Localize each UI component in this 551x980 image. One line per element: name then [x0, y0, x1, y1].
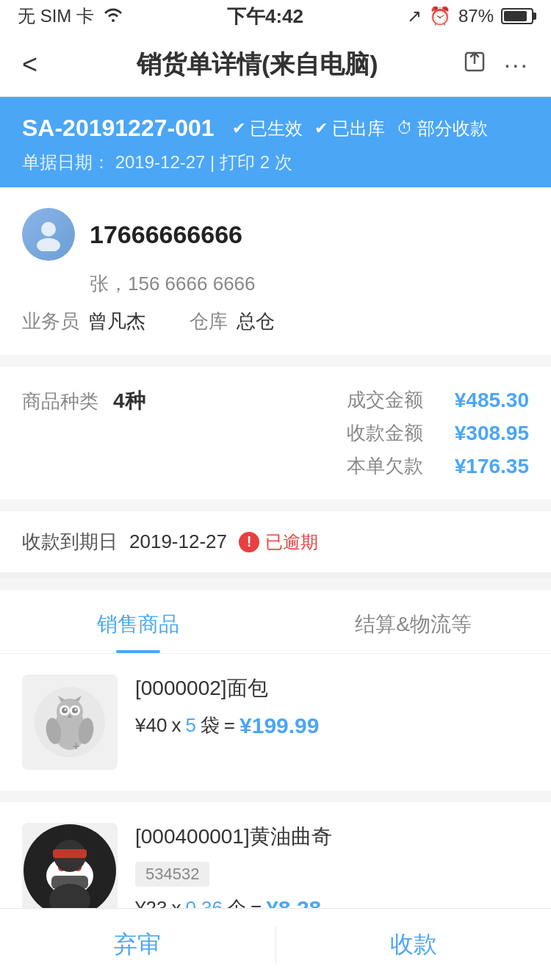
avatar — [22, 208, 75, 261]
status-partial: ⏱ 部分收款 — [397, 117, 488, 140]
deal-amount-row: 成交金额 ¥485.30 — [347, 387, 529, 413]
product-info-1: [0000002]面包 ¥40 x 5 袋 = ¥199.99 — [135, 674, 529, 738]
svg-point-1 — [41, 222, 56, 237]
order-id: SA-20191227-001 — [22, 115, 215, 142]
received-value: ¥308.95 — [441, 422, 529, 445]
product-image-1: + — [22, 674, 118, 770]
overdue-icon: ! — [239, 532, 259, 552]
date-label: 单据日期： — [22, 152, 110, 172]
sales-info: 业务员 曾凡杰 — [22, 309, 145, 334]
due-section: 收款到期日 2019-12-27 ! 已逾期 — [0, 511, 551, 578]
tabs-container: 销售商品 结算&物流等 — [0, 590, 551, 654]
received-amount-row: 收款金额 ¥308.95 — [347, 420, 529, 446]
product-name-1: [0000002]面包 — [135, 674, 529, 702]
product-name-2: [000400001]黄油曲奇 — [135, 823, 529, 851]
stats-section: 商品种类 4种 成交金额 ¥485.30 收款金额 ¥308.95 本单欠款 ¥… — [0, 367, 551, 500]
stats-right: 成交金额 ¥485.30 收款金额 ¥308.95 本单欠款 ¥176.35 — [347, 387, 529, 479]
back-button[interactable]: < — [22, 49, 52, 80]
price-qty-1: 5 — [185, 714, 195, 737]
order-date: 2019-12-27 — [115, 152, 206, 172]
alarm-icon: ⏰ — [429, 6, 451, 26]
status-bar: 无 SIM 卡 下午4:42 ↗ ⏰ 87% — [0, 0, 551, 32]
sales-label: 业务员 — [22, 309, 79, 334]
sales-name: 曾凡杰 — [88, 309, 145, 334]
type-label: 商品种类 — [22, 389, 98, 414]
status-tags: ✔ 已生效 ✔ 已出库 ⏱ 部分收款 — [232, 117, 488, 140]
status-time: 下午4:42 — [227, 4, 303, 29]
price-unit-label-1: 袋 — [201, 713, 220, 738]
nav-actions: ··· — [463, 50, 529, 79]
nav-bar: < 销货单详情(来自电脑) ··· — [0, 32, 551, 97]
clock-icon: ⏱ — [397, 119, 413, 138]
customer-phone: 17666666666 — [90, 220, 242, 249]
product-image-2 — [22, 823, 118, 918]
bottom-bar: 弃审 收款 — [0, 908, 551, 980]
owed-value: ¥176.35 — [441, 455, 529, 478]
svg-text:+: + — [73, 740, 79, 752]
received-label: 收款金额 — [347, 420, 423, 446]
svg-point-10 — [65, 709, 67, 711]
share-button[interactable] — [463, 50, 486, 79]
customer-row: 17666666666 — [22, 208, 529, 261]
product-batch-2: 534532 — [135, 862, 209, 887]
warehouse-label: 仓库 — [190, 309, 228, 334]
banner-date-row: 单据日期： 2019-12-27 | 打印 2 次 — [22, 151, 529, 174]
warehouse-info: 仓库 总仓 — [190, 309, 275, 334]
confirm-button[interactable]: 收款 — [276, 914, 552, 976]
deal-value: ¥485.30 — [441, 389, 529, 412]
tab-settlement[interactable]: 结算&物流等 — [276, 590, 551, 653]
svg-rect-28 — [53, 849, 87, 858]
check-icon-shipped: ✔ — [314, 119, 328, 138]
banner-row1: SA-20191227-001 ✔ 已生效 ✔ 已出库 ⏱ 部分收款 — [22, 115, 529, 142]
tab-sales-products[interactable]: 销售商品 — [0, 590, 276, 653]
cancel-button[interactable]: 弃审 — [0, 914, 276, 976]
price-unit-1: ¥40 — [135, 714, 167, 737]
stats-left: 商品种类 4种 — [22, 387, 145, 415]
header-banner: SA-20191227-001 ✔ 已生效 ✔ 已出库 ⏱ 部分收款 单据日期：… — [0, 97, 551, 187]
status-effective: ✔ 已生效 — [232, 117, 303, 140]
customer-meta: 业务员 曾凡杰 仓库 总仓 — [22, 309, 529, 334]
print-text: | 打印 2 次 — [210, 152, 292, 172]
battery-icon — [501, 8, 533, 24]
due-date: 2019-12-27 — [129, 530, 227, 553]
price-total-1: ¥199.99 — [240, 713, 319, 738]
svg-point-2 — [37, 238, 60, 251]
page-title: 销货单详情(来自电脑) — [52, 48, 463, 82]
owed-amount-row: 本单欠款 ¥176.35 — [347, 453, 529, 479]
customer-section: 17666666666 张，156 6666 6666 业务员 曾凡杰 仓库 总… — [0, 187, 551, 355]
product-price-1: ¥40 x 5 袋 = ¥199.99 — [135, 713, 529, 738]
customer-name: 张，156 6666 6666 — [22, 271, 529, 297]
check-icon-effective: ✔ — [232, 119, 245, 138]
deal-label: 成交金额 — [347, 387, 423, 413]
owed-label: 本单欠款 — [347, 453, 423, 479]
due-label: 收款到期日 — [22, 529, 118, 555]
more-button[interactable]: ··· — [504, 50, 529, 79]
wifi-icon — [103, 6, 123, 26]
location-icon: ↗ — [407, 6, 422, 26]
overdue-badge: ! 已逾期 — [239, 530, 318, 554]
carrier-text: 无 SIM 卡 — [18, 4, 94, 28]
status-left: 无 SIM 卡 — [18, 4, 123, 28]
status-right: ↗ ⏰ 87% — [407, 6, 533, 26]
type-value: 4种 — [113, 387, 145, 415]
battery-text: 87% — [458, 6, 494, 26]
list-item: + [0000002]面包 ¥40 x 5 袋 = ¥199.99 — [0, 654, 551, 790]
product-type-row: 商品种类 4种 — [22, 387, 145, 415]
status-shipped: ✔ 已出库 — [314, 117, 385, 140]
product-info-2: [000400001]黄油曲奇 534532 ¥23 x 0.36 个 = ¥8… — [135, 823, 529, 921]
overdue-text: 已逾期 — [265, 530, 318, 554]
warehouse-name: 总仓 — [237, 309, 275, 334]
svg-point-11 — [75, 709, 77, 711]
